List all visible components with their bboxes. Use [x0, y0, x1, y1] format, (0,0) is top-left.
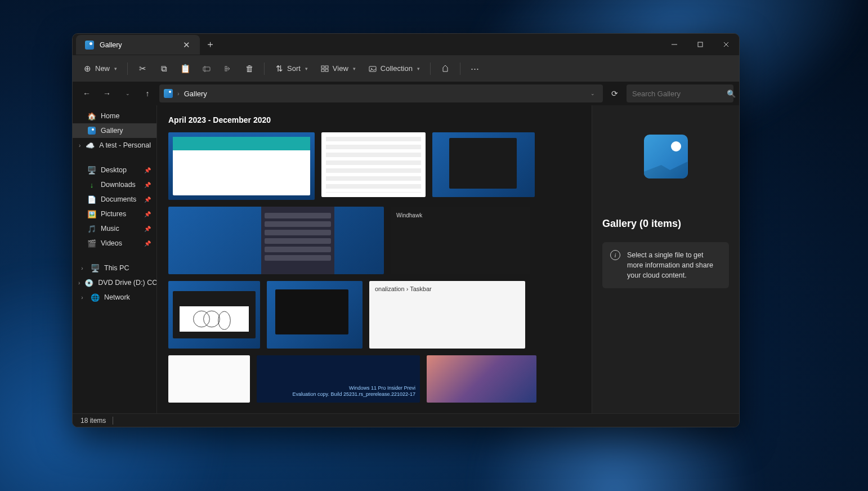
view-button[interactable]: View ▾	[315, 61, 361, 77]
svg-point-13	[194, 311, 210, 327]
svg-rect-7	[321, 66, 324, 68]
breadcrumb-location[interactable]: Gallery	[184, 90, 207, 98]
chevron-right-icon[interactable]: ›	[78, 265, 86, 271]
sidebar-item-network[interactable]: ›🌐Network	[73, 290, 156, 305]
minimize-button[interactable]	[661, 34, 687, 55]
search-input[interactable]	[632, 90, 727, 98]
thumbnail[interactable]	[168, 355, 250, 403]
trash-icon: 🗑	[245, 64, 254, 73]
sidebar-label: Desktop	[101, 166, 127, 174]
view-icon	[320, 64, 329, 73]
chevron-down-icon: ▾	[305, 66, 308, 72]
sort-button[interactable]: ⇅ Sort ▾	[269, 61, 314, 77]
cut-icon: ✂	[138, 64, 147, 73]
pictures-icon: 🖼️	[87, 209, 96, 218]
pin-icon[interactable]: 📌	[144, 197, 151, 203]
new-label: New	[95, 64, 110, 73]
chevron-right-icon[interactable]: ›	[78, 294, 86, 301]
desktop-icon: 🖥️	[87, 166, 96, 175]
body: 🏠Home Gallery ›☁️A test - Personal 🖥️Des…	[73, 105, 739, 413]
thumbnail[interactable]	[427, 355, 536, 403]
collection-button[interactable]: Collection ▾	[363, 61, 426, 77]
gallery-large-icon	[644, 135, 688, 178]
search-box[interactable]: 🔍	[627, 84, 733, 102]
thumbnail[interactable]	[168, 207, 384, 274]
thumbnail[interactable]: Windows 11 Pro Insider PreviEvaluation c…	[257, 355, 420, 403]
svg-rect-1	[698, 42, 703, 47]
tab-title: Gallery	[100, 41, 122, 49]
maximize-button[interactable]	[687, 34, 713, 55]
rename-button[interactable]	[196, 61, 217, 77]
sidebar-item-gallery[interactable]: Gallery	[73, 123, 156, 138]
sidebar-item-home[interactable]: 🏠Home	[73, 109, 156, 123]
file-explorer-window: Gallery ✕ ＋ ⊕ New ▾ ✂ ⧉ 📋 🗑 ⇅ Sort ▾	[72, 33, 740, 427]
delete-button[interactable]: 🗑	[239, 61, 259, 77]
sidebar-label: Network	[104, 293, 130, 301]
home-icon: 🏠	[87, 111, 96, 120]
copy-button[interactable]: ⧉	[154, 61, 174, 77]
gallery-pane[interactable]: April 2023 - December 2020 Windhawk onal…	[157, 105, 592, 413]
pin-icon[interactable]: 📌	[144, 211, 151, 217]
breadcrumb-separator: ›	[177, 90, 180, 97]
address-bar[interactable]: › Gallery ⌄	[159, 84, 603, 102]
disc-icon: 💿	[84, 278, 93, 287]
gallery-icon	[87, 126, 96, 135]
recent-button[interactable]: ⌄	[119, 85, 136, 102]
thumbnail[interactable]: onalization › Taskbar	[369, 281, 525, 349]
downloads-icon: ↓	[87, 180, 96, 189]
pin-icon[interactable]: 📌	[144, 226, 151, 232]
back-button[interactable]: ←	[78, 85, 95, 102]
thumbnail[interactable]	[168, 281, 260, 349]
chevron-down-icon: ▾	[417, 66, 420, 72]
share-button[interactable]	[218, 61, 238, 77]
pin-icon[interactable]: 📌	[144, 167, 151, 173]
collection-icon	[368, 64, 377, 73]
sidebar-item-music[interactable]: 🎵Music📌	[73, 221, 156, 236]
cut-button[interactable]: ✂	[132, 61, 153, 77]
paste-button[interactable]: 📋	[175, 61, 195, 77]
close-window-button[interactable]	[713, 34, 739, 55]
tab-gallery[interactable]: Gallery ✕	[76, 35, 200, 55]
sidebar-item-onedrive[interactable]: ›☁️A test - Personal	[73, 138, 156, 153]
thumbnail[interactable]: Windhawk	[391, 207, 530, 274]
thumbnail[interactable]	[168, 132, 315, 200]
sidebar-item-pictures[interactable]: 🖼️Pictures📌	[73, 207, 156, 221]
svg-point-15	[218, 311, 231, 329]
content: April 2023 - December 2020 Windhawk onal…	[157, 105, 739, 413]
sidebar-label: Pictures	[101, 210, 126, 218]
sidebar-item-dvd[interactable]: ›💿DVD Drive (D:) CCC	[73, 275, 156, 290]
sidebar-item-documents[interactable]: 📄Documents📌	[73, 192, 156, 207]
sidebar-label: Gallery	[101, 127, 123, 135]
thumbnail-grid: Windhawk onalization › Taskbar Windows 1…	[168, 132, 580, 403]
more-icon: ⋯	[471, 64, 480, 73]
refresh-button[interactable]: ⟳	[606, 85, 623, 102]
svg-rect-4	[203, 67, 210, 71]
thumbnail-text: onalization › Taskbar	[375, 285, 432, 292]
chevron-right-icon[interactable]: ›	[78, 280, 80, 286]
new-tab-button[interactable]: ＋	[200, 34, 220, 55]
sidebar-item-thispc[interactable]: ›🖥️This PC	[73, 261, 156, 275]
sidebar-item-videos[interactable]: 🎬Videos📌	[73, 236, 156, 251]
pin-icon[interactable]: 📌	[144, 182, 151, 188]
chevron-down-icon: ⌄	[126, 91, 130, 96]
new-button[interactable]: ⊕ New ▾	[77, 61, 123, 77]
chevron-right-icon[interactable]: ›	[78, 142, 81, 149]
rename-icon	[202, 64, 211, 73]
sidebar-item-desktop[interactable]: 🖥️Desktop📌	[73, 163, 156, 177]
thumbnail[interactable]	[321, 132, 426, 197]
sidebar-label: Music	[101, 225, 119, 233]
thumbnail[interactable]	[432, 132, 535, 197]
date-range-header: April 2023 - December 2020	[168, 115, 580, 124]
thumbnail[interactable]	[267, 281, 363, 349]
address-dropdown[interactable]: ⌄	[587, 91, 598, 96]
phone-link-button[interactable]	[435, 61, 455, 77]
sidebar-label: A test - Personal	[99, 141, 151, 149]
more-button[interactable]: ⋯	[465, 61, 485, 77]
window-controls	[661, 34, 739, 55]
close-tab-button[interactable]: ✕	[181, 39, 192, 51]
music-icon: 🎵	[87, 224, 96, 233]
up-button[interactable]: ↑	[139, 85, 156, 102]
pin-icon[interactable]: 📌	[144, 240, 151, 247]
forward-button[interactable]: →	[99, 85, 115, 102]
sidebar-item-downloads[interactable]: ↓Downloads📌	[73, 177, 156, 192]
